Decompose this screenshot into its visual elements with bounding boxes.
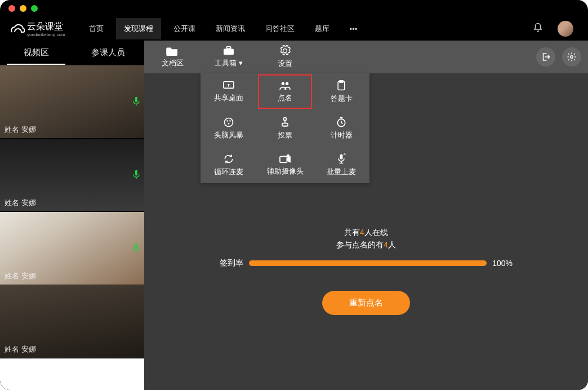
tool-batch-mic[interactable]: 批量上麦 [313, 147, 369, 183]
video-name: 姓名 安娜 [5, 271, 36, 281]
tool-answer-card[interactable]: 答题卡 [313, 73, 369, 110]
exit-icon [541, 52, 551, 62]
tool-timer[interactable]: 计时器 [313, 110, 369, 147]
toolbar-docs-label: 文档区 [162, 58, 184, 68]
nav-more[interactable]: ••• [342, 19, 366, 39]
svg-point-12 [226, 120, 228, 122]
logo[interactable]: 云朵课堂 yunduoketang.com [10, 21, 65, 37]
progress-row: 签到率 100% [220, 258, 513, 268]
camera-icon [279, 154, 291, 164]
retry-rollcall-button[interactable]: 重新点名 [322, 291, 410, 315]
top-nav: 云朵课堂 yunduoketang.com 首页 发现课程 公开课 新闻资讯 问… [0, 17, 588, 41]
nav-qa[interactable]: 问答社区 [257, 18, 302, 39]
video-name: 姓名 安娜 [5, 125, 36, 135]
video-cell-empty [0, 358, 144, 390]
svg-rect-16 [282, 123, 288, 126]
app-window: 云朵课堂 yunduoketang.com 首页 发现课程 公开课 新闻资讯 问… [0, 0, 588, 390]
tool-share-desktop[interactable]: 共享桌面 [201, 73, 257, 110]
mic-up-icon [337, 153, 346, 165]
avatar[interactable] [558, 21, 573, 37]
bell-icon[interactable] [533, 23, 543, 35]
film-icon [223, 117, 234, 128]
tool-loop-mic[interactable]: 循环连麦 [201, 147, 257, 183]
svg-point-15 [284, 117, 287, 120]
people-icon [279, 81, 291, 91]
mic-icon[interactable] [133, 243, 140, 254]
gear-icon [279, 45, 291, 56]
progress-bar [249, 260, 487, 266]
svg-point-5 [571, 56, 573, 59]
nav-news[interactable]: 新闻资讯 [208, 18, 253, 39]
svg-rect-1 [135, 170, 137, 175]
tab-participants[interactable]: 参课人员 [72, 41, 144, 65]
toolbar-tools-label: 工具箱 [215, 59, 237, 67]
svg-rect-4 [226, 47, 230, 49]
roll-line: 参与点名的有4人 [336, 240, 396, 250]
clipboard-icon [336, 80, 346, 91]
rate-label: 签到率 [220, 258, 243, 268]
content: 视频区 参课人员 姓名 安娜 姓名 安娜 [0, 41, 588, 390]
left-tabs: 视频区 参课人员 [0, 41, 144, 65]
svg-rect-3 [224, 48, 234, 55]
toolbar: 文档区 工具箱 ▾ 设置 [144, 41, 588, 73]
toolbox-icon [222, 46, 235, 56]
nav-home[interactable]: 首页 [81, 18, 112, 39]
svg-point-8 [286, 82, 288, 85]
exit-button[interactable] [536, 47, 555, 67]
nav-discover[interactable]: 发现课程 [116, 18, 161, 39]
video-cell[interactable]: 姓名 安娜 [0, 285, 144, 358]
svg-rect-10 [340, 80, 344, 82]
video-list: 姓名 安娜 姓名 安娜 姓名 安娜 [0, 65, 144, 390]
svg-rect-18 [280, 156, 287, 162]
video-cell[interactable]: 姓名 安娜 [0, 212, 144, 285]
tool-brainstorm[interactable]: 头脑风暴 [201, 110, 257, 147]
nav-bank[interactable]: 题库 [307, 18, 337, 39]
video-cell[interactable]: 姓名 安娜 [0, 139, 144, 212]
tab-video[interactable]: 视频区 [0, 41, 72, 65]
svg-point-11 [225, 118, 233, 126]
svg-point-13 [229, 120, 231, 122]
rollcall-stats: 共有4人在线 参与点名的有4人 签到率 100% 重新点名 [220, 227, 513, 315]
minimize-dot[interactable] [20, 5, 26, 12]
gear-icon [567, 52, 577, 62]
video-name: 姓名 安娜 [5, 198, 36, 208]
titlebar [0, 0, 588, 17]
svg-point-7 [282, 82, 284, 85]
svg-rect-2 [135, 243, 137, 249]
loop-icon [223, 153, 234, 165]
toolbar-settings[interactable]: 设置 [257, 42, 313, 72]
vote-icon [280, 117, 290, 128]
tool-vote[interactable]: 投票 [257, 110, 313, 147]
nav-public[interactable]: 公开课 [166, 18, 203, 39]
logo-text: 云朵课堂 [27, 21, 63, 31]
tools-dropdown: 共享桌面 点名 答题卡 头脑风暴 投票 [201, 73, 369, 183]
screen-share-icon [222, 81, 235, 91]
mic-icon[interactable] [133, 96, 140, 107]
video-cell[interactable]: 姓名 安娜 [0, 65, 144, 139]
svg-point-19 [287, 154, 289, 157]
svg-rect-0 [135, 96, 137, 102]
svg-point-14 [228, 123, 230, 125]
online-line: 共有4人在线 [344, 228, 388, 238]
rate-pct: 100% [492, 259, 513, 268]
mic-icon[interactable] [133, 170, 140, 180]
logo-sub: yunduoketang.com [27, 33, 65, 37]
tool-aux-camera[interactable]: 辅助摄像头 [257, 147, 313, 183]
folder-icon [166, 46, 179, 56]
settings-button[interactable] [562, 47, 581, 67]
close-dot[interactable] [8, 5, 15, 12]
clock-icon [336, 117, 347, 128]
left-panel: 视频区 参课人员 姓名 安娜 姓名 安娜 [0, 41, 144, 390]
tool-rollcall[interactable]: 点名 [257, 73, 313, 110]
toolbar-docs[interactable]: 文档区 [144, 42, 201, 72]
main-panel: 文档区 工具箱 ▾ 设置 [144, 41, 588, 390]
video-name: 姓名 安娜 [5, 344, 36, 354]
svg-rect-20 [340, 154, 343, 159]
toolbar-tools[interactable]: 工具箱 ▾ [201, 42, 257, 72]
maximize-dot[interactable] [31, 5, 38, 12]
toolbar-settings-label: 设置 [278, 59, 292, 69]
